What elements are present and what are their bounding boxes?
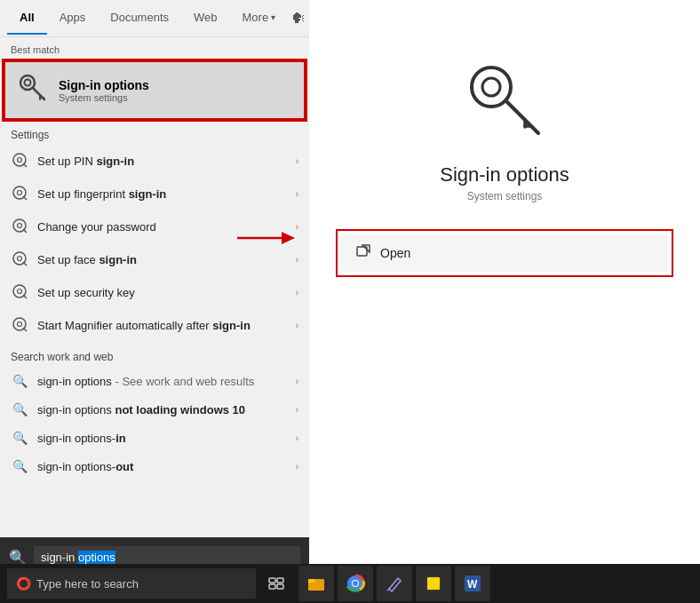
tab-apps[interactable]: Apps — [47, 2, 99, 35]
tab-documents[interactable]: Documents — [98, 2, 181, 35]
security-key-icon — [11, 283, 28, 302]
magnifier-chevron: › — [296, 321, 298, 330]
svg-line-31 — [362, 245, 370, 252]
feedback-icon[interactable]: 🗣 — [288, 7, 309, 30]
tab-more[interactable]: More — [230, 2, 289, 35]
web-out-text: sign-in options-out — [37, 460, 287, 473]
taskbar-search-text: Type here to search — [36, 577, 139, 591]
large-app-icon — [460, 53, 549, 146]
password-icon — [11, 218, 28, 236]
open-btn-label: Open — [380, 246, 410, 260]
tab-web[interactable]: Web — [181, 2, 230, 35]
change-password-text: Change your password — [37, 220, 287, 234]
face-chevron: › — [296, 255, 298, 265]
open-button-container: Open — [336, 229, 673, 277]
svg-rect-32 — [269, 578, 275, 583]
svg-point-26 — [482, 78, 500, 96]
web-in-chevron: › — [296, 433, 298, 443]
list-item-web-signin-options[interactable]: 🔍 sign-in options - See work and web res… — [0, 367, 309, 395]
web-signin-options-chevron: › — [296, 377, 298, 386]
svg-point-21 — [18, 322, 22, 327]
fingerprint-icon — [11, 185, 28, 203]
magnifier-text: Start Magnifier automatically after sign… — [37, 319, 287, 332]
right-panel: Sign-in options System settings Open — [309, 0, 700, 576]
list-item-web-in[interactable]: 🔍 sign-in options-in › — [0, 424, 309, 452]
security-key-text: Set up security key — [37, 286, 287, 299]
signin-options-icon — [16, 71, 48, 109]
list-item-web-not-loading[interactable]: 🔍 sign-in options not loading windows 10… — [0, 395, 309, 424]
web-out-chevron: › — [296, 462, 298, 472]
svg-point-9 — [18, 191, 22, 195]
list-item-magnifier[interactable]: Start Magnifier automatically after sign… — [0, 309, 309, 342]
face-signin-text: Set up face sign-in — [37, 253, 287, 266]
web-section-label: Search work and web — [0, 342, 309, 367]
web-search-icon-4: 🔍 — [11, 459, 28, 473]
best-match-subtitle: System settings — [59, 92, 149, 103]
best-match-item[interactable]: Sign-in options System settings — [4, 60, 306, 120]
open-button[interactable]: Open — [341, 234, 668, 272]
svg-rect-34 — [277, 578, 283, 583]
web-not-loading-chevron: › — [296, 405, 298, 415]
tab-all[interactable]: All — [7, 2, 47, 35]
web-signin-options-text: sign-in options - See work and web resul… — [37, 375, 287, 388]
taskbar-chrome[interactable] — [338, 566, 373, 601]
web-in-text: sign-in options-in — [37, 432, 287, 445]
svg-point-18 — [18, 290, 22, 294]
list-item-pin-signin[interactable]: Set up PIN sign-in › — [0, 145, 309, 178]
svg-text:W: W — [467, 578, 478, 591]
svg-point-25 — [472, 67, 511, 107]
fingerprint-chevron: › — [296, 189, 298, 199]
magnifier-icon — [11, 316, 28, 335]
svg-point-6 — [18, 158, 22, 163]
searchbar-icon: 🔍 — [9, 549, 27, 566]
security-key-chevron: › — [296, 288, 298, 298]
best-match-label: Best match — [0, 37, 309, 59]
pin-signin-icon — [11, 152, 28, 171]
settings-section-label: Settings — [0, 122, 309, 145]
svg-point-40 — [353, 581, 358, 586]
taskbar-search[interactable]: ⭕ Type here to search — [7, 568, 256, 599]
svg-point-15 — [18, 257, 22, 261]
taskbar-search-icon: ⭕ — [16, 576, 31, 591]
face-icon — [11, 250, 28, 269]
fingerprint-signin-text: Set up fingerprint sign-in — [37, 187, 287, 201]
open-btn-icon — [355, 243, 371, 263]
svg-rect-33 — [269, 584, 275, 589]
taskbar-word-app[interactable]: W — [455, 566, 490, 601]
taskview-button[interactable] — [259, 566, 295, 601]
web-search-icon-1: 🔍 — [11, 374, 28, 388]
taskbar-black-app[interactable] — [416, 566, 451, 601]
web-not-loading-text: sign-in options not loading windows 10 — [37, 403, 287, 417]
web-search-icon-2: 🔍 — [11, 402, 28, 417]
svg-rect-43 — [427, 577, 440, 590]
list-item-change-password[interactable]: Change your password › — [0, 210, 309, 243]
tabs-bar: All Apps Documents Web More 🗣 ··· — [0, 0, 309, 37]
svg-rect-35 — [277, 584, 283, 589]
svg-rect-37 — [308, 579, 315, 583]
taskbar-pen-app[interactable] — [377, 566, 412, 601]
best-match-text: Sign-in options System settings — [59, 78, 149, 103]
list-item-fingerprint-signin[interactable]: Set up fingerprint sign-in › — [0, 178, 309, 210]
taskbar-file-explorer[interactable] — [298, 566, 334, 601]
svg-point-1 — [25, 80, 31, 86]
svg-point-12 — [18, 224, 22, 228]
svg-line-27 — [507, 102, 538, 133]
list-item-web-out[interactable]: 🔍 sign-in options-out › — [0, 452, 309, 480]
taskbar: ⭕ Type here to search W — [0, 564, 700, 603]
best-match-title: Sign-in options — [59, 78, 149, 92]
password-chevron: › — [296, 222, 298, 232]
web-search-icon-3: 🔍 — [11, 431, 28, 445]
app-subtitle: System settings — [467, 190, 543, 202]
pin-signin-chevron: › — [296, 156, 298, 166]
pin-signin-text: Set up PIN sign-in — [37, 155, 287, 168]
list-item-security-key[interactable]: Set up security key › — [0, 276, 309, 309]
list-item-face-signin[interactable]: Set up face sign-in › — [0, 243, 309, 276]
search-panel: All Apps Documents Web More 🗣 ··· Best m… — [0, 0, 309, 576]
svg-line-41 — [387, 589, 389, 591]
app-title: Sign-in options — [440, 163, 569, 186]
